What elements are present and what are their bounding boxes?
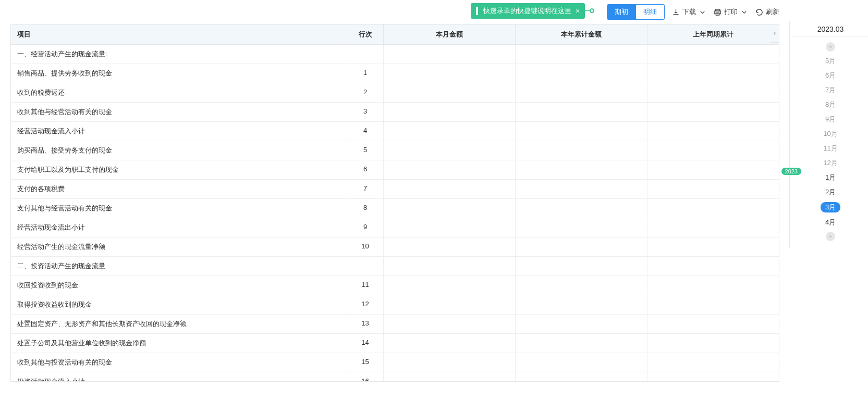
timeline-month: 6月	[793, 68, 868, 83]
timeline-month[interactable]: 4月	[793, 215, 868, 230]
month-label: 3月	[821, 202, 840, 212]
row-ytd-amount	[516, 276, 647, 295]
row-ytd-amount	[516, 122, 647, 141]
row-ytd-amount	[516, 83, 647, 102]
row-seq: 10	[347, 237, 384, 256]
row-item-label: 销售商品、提供劳务收到的现金	[11, 64, 347, 83]
row-month-amount	[384, 372, 516, 381]
timeline-month: 7月	[793, 83, 868, 97]
month-label: 1月	[825, 173, 836, 181]
table-row[interactable]: 投资活动现金流入小计16	[11, 372, 779, 381]
table-row[interactable]: 经营活动现金流入小计4	[11, 122, 779, 141]
timeline-month[interactable]: 2月	[793, 185, 868, 199]
download-icon	[672, 8, 680, 16]
table-row[interactable]: 支付的各项税费7	[11, 180, 779, 199]
close-icon[interactable]: ×	[576, 7, 580, 15]
row-seq: 7	[347, 180, 384, 198]
toolbar: 期初 明细 下载 打印 刷新	[607, 4, 779, 20]
timeline-month: 12月	[793, 156, 868, 170]
row-seq: 1	[347, 64, 384, 83]
month-label: 10月	[823, 130, 837, 137]
timeline-month[interactable]: 3月	[793, 199, 868, 215]
download-label: 下载	[682, 7, 696, 17]
print-dropdown[interactable]: 打印	[714, 7, 748, 17]
tip-connector-line	[582, 10, 590, 11]
timeline-month[interactable]: 1月	[793, 170, 868, 185]
table-row[interactable]: 收到其他与投资活动有关的现金15	[11, 353, 779, 372]
row-month-amount	[384, 295, 516, 314]
qichu-button[interactable]: 期初	[607, 5, 635, 19]
table-row[interactable]: 收到的税费返还2	[11, 83, 779, 103]
download-dropdown[interactable]: 下载	[672, 7, 706, 17]
row-ytd-amount	[516, 180, 647, 198]
row-lastyear-amount	[647, 257, 779, 276]
row-month-amount	[384, 122, 516, 141]
column-header-ytd: 本年累计金额	[516, 24, 647, 44]
row-item-label: 经营活动产生的现金流量净额	[11, 237, 347, 256]
row-ytd-amount	[516, 199, 647, 218]
row-lastyear-amount	[647, 180, 779, 198]
row-item-label: 收到其他与投资活动有关的现金	[11, 353, 347, 372]
table-row[interactable]: 处置子公司及其他营业单位收到的现金净额14	[11, 334, 779, 353]
row-item-label: 处置子公司及其他营业单位收到的现金净额	[11, 334, 347, 353]
row-month-amount	[384, 45, 516, 64]
table-row[interactable]: 支付其他与经营活动有关的现金8	[11, 199, 779, 218]
row-item-label: 经营活动现金流入小计	[11, 122, 347, 141]
table-row[interactable]: 收回投资收到的现金11	[11, 276, 779, 295]
table-row[interactable]: 经营活动产生的现金流量净额10	[11, 237, 779, 257]
row-ytd-amount	[516, 141, 647, 160]
table-row[interactable]: 处置固定资产、无形资产和其他长期资产收回的现金净额13	[11, 315, 779, 334]
row-lastyear-amount	[647, 64, 779, 83]
row-ytd-amount	[516, 218, 647, 237]
row-month-amount	[384, 353, 516, 372]
column-header-seq: 行次	[347, 24, 384, 44]
tip-connector-dot	[590, 8, 594, 13]
table-row[interactable]: 经营活动现金流出小计9	[11, 218, 779, 237]
row-ytd-amount	[516, 372, 647, 381]
table-row[interactable]: 取得投资收益收到的现金12	[11, 295, 779, 315]
month-label: 5月	[825, 57, 836, 65]
month-label: 6月	[825, 71, 836, 79]
chevron-up-icon	[828, 44, 833, 49]
row-item-label: 二、投资活动产生的现金流量	[11, 257, 347, 276]
row-seq: 4	[347, 122, 384, 141]
month-label: 11月	[823, 144, 837, 152]
column-header-lastyear: 上年同期累计	[647, 24, 779, 44]
row-item-label: 支付给职工以及为职工支付的现金	[11, 160, 347, 179]
svg-rect-1	[715, 11, 720, 14]
row-lastyear-amount	[647, 103, 779, 121]
row-month-amount	[384, 141, 516, 160]
refresh-button[interactable]: 刷新	[755, 7, 779, 17]
timeline-scroll-up[interactable]	[793, 40, 868, 54]
row-ytd-amount	[516, 315, 647, 333]
table-row[interactable]: 销售商品、提供劳务收到的现金1	[11, 64, 779, 83]
mingxi-button[interactable]: 明细	[635, 5, 664, 19]
print-label: 打印	[724, 7, 738, 17]
row-lastyear-amount	[647, 295, 779, 314]
timeline-scroll-down[interactable]	[793, 230, 868, 243]
row-ytd-amount	[516, 160, 647, 179]
timeline-list: 5月6月7月8月9月10月11月12月1月2月3月4月	[793, 37, 868, 248]
chevron-down-icon	[740, 8, 748, 16]
year-badge: 2023	[781, 168, 801, 175]
row-seq: 3	[347, 103, 384, 121]
timeline-month: 9月	[793, 112, 868, 127]
expand-columns-button[interactable]	[770, 24, 779, 43]
row-ytd-amount	[516, 45, 647, 64]
row-item-label: 处置固定资产、无形资产和其他长期资产收回的现金净额	[11, 315, 347, 333]
chevron-right-icon	[772, 31, 777, 36]
table-row[interactable]: 一、经营活动产生的现金流量:	[11, 45, 779, 64]
table-body[interactable]: 一、经营活动产生的现金流量:销售商品、提供劳务收到的现金1收到的税费返还2收到其…	[11, 45, 779, 381]
row-lastyear-amount	[647, 122, 779, 141]
table-row[interactable]: 收到其他与经营活动有关的现金3	[11, 103, 779, 122]
shortcut-tip: 快速录单的快捷键说明在这里 ×	[471, 3, 585, 19]
table-row[interactable]: 购买商品、接受劳务支付的现金5	[11, 141, 779, 160]
table-header: 项目 行次 本月金额 本年累计金额 上年同期累计	[11, 24, 779, 45]
table-row[interactable]: 二、投资活动产生的现金流量	[11, 257, 779, 276]
row-lastyear-amount	[647, 372, 779, 381]
row-item-label: 经营活动现金流出小计	[11, 218, 347, 237]
row-lastyear-amount	[647, 45, 779, 64]
timeline-month: 11月	[793, 141, 868, 156]
row-seq: 2	[347, 83, 384, 102]
table-row[interactable]: 支付给职工以及为职工支付的现金6	[11, 160, 779, 180]
